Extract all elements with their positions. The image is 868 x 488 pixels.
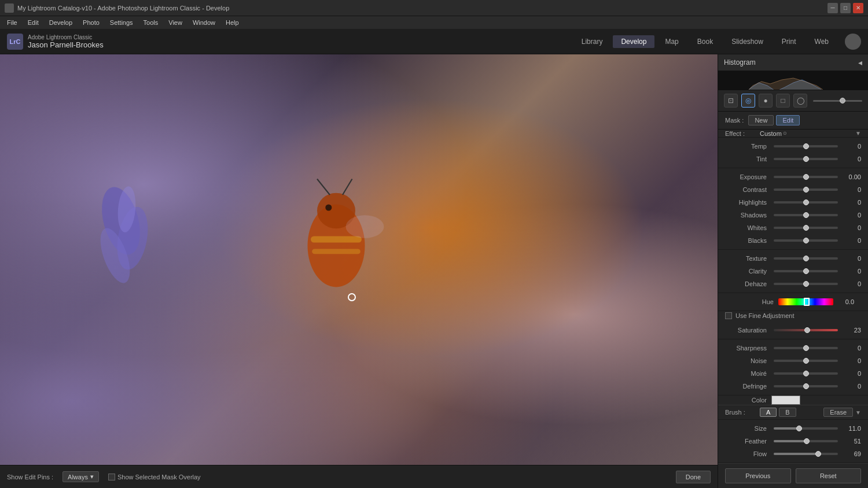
defringe-label: Defringe: [725, 383, 771, 390]
brush-size-slider[interactable]: [774, 427, 838, 430]
menu-develop[interactable]: Develop: [45, 18, 77, 27]
highlights-row: Highlights 0: [725, 196, 861, 209]
mask-edit-button[interactable]: Edit: [776, 115, 800, 125]
nav-library[interactable]: Library: [573, 35, 611, 48]
clarity-thumb[interactable]: [803, 268, 809, 274]
maximize-button[interactable]: □: [840, 3, 851, 13]
tool-healing[interactable]: ◎: [741, 94, 755, 108]
menu-help[interactable]: Help: [221, 18, 244, 27]
show-mask-checkbox[interactable]: [108, 474, 115, 480]
photo-canvas[interactable]: Show Edit Pins : Always ▾ Show Selected …: [0, 54, 718, 488]
temp-row: Temp 0: [725, 140, 861, 153]
moire-slider[interactable]: [774, 372, 838, 375]
brush-feather-slider[interactable]: [774, 440, 838, 442]
menu-edit[interactable]: Edit: [23, 18, 43, 27]
highlights-thumb[interactable]: [803, 199, 809, 205]
defringe-thumb[interactable]: [803, 383, 809, 389]
nav-develop[interactable]: Develop: [613, 35, 654, 48]
menu-photo[interactable]: Photo: [78, 18, 104, 27]
dehaze-thumb[interactable]: [803, 281, 809, 287]
tint-slider-thumb[interactable]: [803, 156, 809, 162]
brush-size-thumb[interactable]: [796, 426, 802, 431]
nav-print[interactable]: Print: [774, 35, 804, 48]
exposure-slider[interactable]: [774, 176, 838, 178]
contrast-thumb[interactable]: [803, 187, 809, 193]
done-button[interactable]: Done: [676, 471, 711, 483]
blacks-thumb[interactable]: [803, 238, 809, 243]
dehaze-slider[interactable]: [774, 283, 838, 285]
exposure-thumb[interactable]: [803, 174, 809, 180]
reset-button[interactable]: Reset: [796, 468, 862, 483]
whites-thumb[interactable]: [803, 225, 809, 231]
bottom-toolbar: Show Edit Pins : Always ▾ Show Selected …: [0, 465, 718, 488]
nav-web[interactable]: Web: [807, 35, 837, 48]
tool-slider[interactable]: [813, 100, 862, 102]
contrast-label: Contrast: [725, 186, 771, 193]
texture-thumb[interactable]: [803, 256, 809, 261]
mask-new-button[interactable]: New: [748, 115, 774, 125]
nav-slideshow[interactable]: Slideshow: [723, 35, 771, 48]
sharpness-thumb[interactable]: [803, 345, 809, 351]
show-mask-overlay-label[interactable]: Show Selected Mask Overlay: [108, 474, 201, 480]
brush-tab-a[interactable]: A: [760, 408, 777, 417]
texture-value: 0: [840, 255, 861, 262]
hue-thumb[interactable]: [804, 298, 810, 306]
shadows-slider[interactable]: [774, 214, 838, 216]
app-logo: LrC: [7, 34, 23, 50]
close-button[interactable]: ✕: [853, 3, 863, 13]
brush-flow-slider[interactable]: [774, 453, 838, 455]
highlights-slider[interactable]: [774, 201, 838, 204]
brush-feather-thumb[interactable]: [804, 438, 810, 444]
saturation-thumb[interactable]: [804, 327, 810, 333]
defringe-slider[interactable]: [774, 385, 838, 387]
temp-slider[interactable]: [774, 145, 838, 147]
tool-gradfilter[interactable]: □: [776, 94, 790, 108]
tool-redeye[interactable]: ●: [759, 94, 773, 108]
saturation-slider[interactable]: [774, 329, 838, 331]
sharpness-slider[interactable]: [774, 347, 838, 349]
brush-settings-section: Size 11.0 Feather 51 Flow: [718, 420, 868, 463]
dehaze-row: Dehaze 0: [725, 278, 861, 290]
blacks-row: Blacks 0: [725, 234, 861, 247]
nav-map[interactable]: Map: [657, 35, 686, 48]
nav-book[interactable]: Book: [689, 35, 721, 48]
minimize-button[interactable]: ─: [827, 3, 838, 13]
shadows-thumb[interactable]: [803, 212, 809, 218]
menu-view[interactable]: View: [164, 18, 187, 27]
effect-dropdown[interactable]: Custom ⊙: [760, 130, 787, 137]
effect-collapse-button[interactable]: ▼: [855, 130, 861, 136]
tool-slider-thumb[interactable]: [840, 98, 845, 103]
menu-file[interactable]: File: [2, 18, 22, 27]
brush-erase-button[interactable]: Erase: [823, 408, 853, 417]
user-avatar[interactable]: [845, 34, 861, 50]
brush-tab-b[interactable]: B: [779, 408, 796, 417]
fine-adjustment-checkbox[interactable]: [725, 312, 732, 319]
noise-thumb[interactable]: [803, 358, 809, 364]
window-title: My Lightroom Catalog-v10 - Adobe Photosh…: [17, 5, 827, 12]
tint-slider[interactable]: [774, 158, 838, 160]
histogram-toggle[interactable]: ◂: [858, 58, 862, 67]
color-swatch[interactable]: [771, 395, 800, 405]
noise-slider[interactable]: [774, 360, 838, 362]
noise-label: Noise: [725, 357, 771, 364]
hue-slider[interactable]: [778, 298, 833, 305]
brush-size-row: Size 11.0: [725, 422, 861, 435]
sharpness-label: Sharpness: [725, 345, 771, 352]
whites-slider[interactable]: [774, 227, 838, 229]
blacks-slider[interactable]: [774, 239, 838, 242]
menu-window[interactable]: Window: [188, 18, 220, 27]
temp-slider-thumb[interactable]: [803, 143, 809, 149]
brush-collapse-icon[interactable]: ▼: [855, 409, 861, 416]
texture-slider[interactable]: [774, 257, 838, 260]
always-dropdown[interactable]: Always ▾: [62, 471, 99, 482]
previous-button[interactable]: Previous: [725, 468, 791, 483]
sharpness-value: 0: [840, 345, 861, 352]
menu-tools[interactable]: Tools: [139, 18, 163, 27]
clarity-slider[interactable]: [774, 270, 838, 272]
tool-radfilter[interactable]: ◯: [793, 94, 807, 108]
menu-settings[interactable]: Settings: [105, 18, 138, 27]
contrast-slider[interactable]: [774, 188, 838, 191]
moire-thumb[interactable]: [803, 371, 809, 376]
brush-flow-thumb[interactable]: [815, 451, 821, 457]
tool-crop[interactable]: ⊡: [724, 94, 738, 108]
